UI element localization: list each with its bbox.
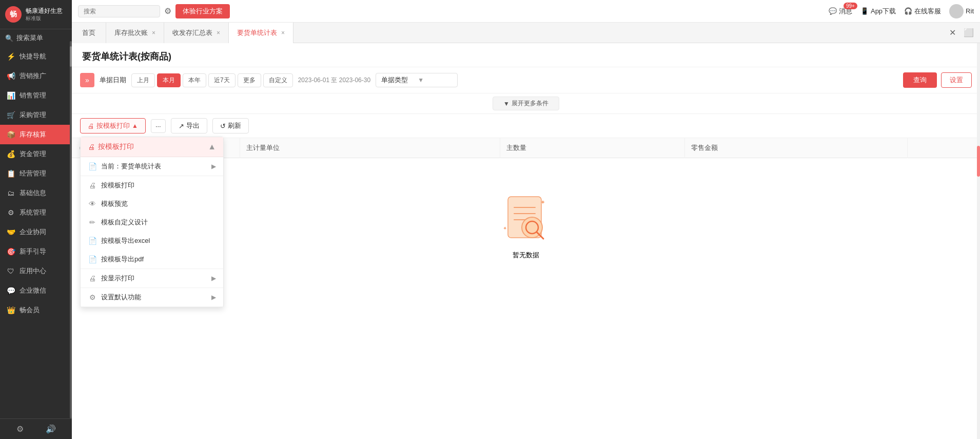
sidebar-item-finance[interactable]: 💰 资金管理 xyxy=(0,144,72,164)
export-button[interactable]: ↗ 导出 xyxy=(171,118,207,133)
sidebar-item-label: 新手引导 xyxy=(19,247,46,256)
main-area: ⚙ 体验行业方案 💬 消息 99+ 📱 App下载 🎧 在线客服 Rit xyxy=(72,0,980,439)
trial-button[interactable]: 体验行业方案 xyxy=(175,4,230,18)
table-toolbar: 🖨 按模板打印 ▲ ··· ↗ 导出 ↺ 刷新 🖨 按模板打印 xyxy=(72,114,980,138)
tab-order-stats-close[interactable]: × xyxy=(281,29,285,36)
no-data-illustration: ✦ ✦ xyxy=(495,189,557,251)
tab-receipt-summary-close[interactable]: × xyxy=(217,29,220,36)
template-design-icon: ✏ xyxy=(88,218,97,226)
sidebar-item-guide[interactable]: 🎯 新手引导 xyxy=(0,242,72,261)
app-download-item[interactable]: 📱 App下载 xyxy=(860,7,896,16)
expand-more-button[interactable]: ▼ 展开更多条件 xyxy=(493,97,559,110)
sidebar-nav: ⚡ 快捷导航 📢 营销推广 📊 销售管理 🛒 采购管理 📦 库存核算 💰 资金管… xyxy=(0,47,72,418)
tab-inventory-batch-label: 库存批次账 xyxy=(114,28,148,37)
search-label: 搜索菜单 xyxy=(16,33,43,43)
tabs-actions: ✕ ⬜ xyxy=(945,26,980,40)
search-icon: 🔍 xyxy=(5,34,13,42)
app-name: 畅康通好生意 xyxy=(26,7,63,15)
printer-icon: 🖨 xyxy=(88,122,94,130)
expand-chevron-icon: » xyxy=(85,76,89,84)
settings-icon[interactable]: ⚙ xyxy=(164,6,171,16)
print-template-button[interactable]: 🖨 按模板打印 ▲ xyxy=(80,118,146,133)
more-actions-button[interactable]: ··· xyxy=(151,119,166,133)
svg-text:✦: ✦ xyxy=(503,225,507,231)
sidebar-item-label: 企业微信 xyxy=(19,286,46,295)
sidebar-item-wechat[interactable]: 💬 企业微信 xyxy=(0,281,72,300)
tab-order-stats[interactable]: 要货单统计表 × xyxy=(229,23,293,43)
date-prev-month-btn[interactable]: 上月 xyxy=(131,73,155,87)
sidebar-item-system[interactable]: ⚙ 系统管理 xyxy=(0,203,72,222)
template-preview-icon: 👁 xyxy=(88,200,97,208)
query-button[interactable]: 查询 xyxy=(903,72,937,88)
sidebar-item-label: 快捷导航 xyxy=(19,52,46,61)
tab-order-stats-label: 要货单统计表 xyxy=(237,28,277,37)
messages-badge: 99+ xyxy=(844,3,857,9)
settings-button[interactable]: 设置 xyxy=(941,72,972,88)
topbar: ⚙ 体验行业方案 💬 消息 99+ 📱 App下载 🎧 在线客服 Rit xyxy=(72,0,980,23)
sidebar-item-basic[interactable]: 🗂 基础信息 xyxy=(0,183,72,203)
date-current-month-btn[interactable]: 本月 xyxy=(157,73,181,87)
settings-bottom-icon[interactable]: ⚙ xyxy=(16,424,24,434)
dropdown-set-default[interactable]: ⚙ 设置默认功能 ▶ xyxy=(81,288,223,307)
online-service-item[interactable]: 🎧 在线客服 xyxy=(904,7,941,16)
dropdown-template-export-pdf[interactable]: 📄 按模板导出pdf xyxy=(81,250,223,269)
no-data-text: 暂无数据 xyxy=(513,251,539,260)
dropdown-template-export-excel[interactable]: 📄 按模板导出excel xyxy=(81,232,223,250)
sidebar-item-marketing[interactable]: 📢 营销推广 xyxy=(0,66,72,86)
dropdown-arrow-up-icon[interactable]: ▲ xyxy=(208,142,216,151)
sidebar-search[interactable]: 🔍 搜索菜单 xyxy=(0,29,72,47)
app-download-label: App下载 xyxy=(871,7,896,16)
sidebar-item-appstore[interactable]: 🛡 应用中心 xyxy=(0,261,72,281)
messages-item[interactable]: 💬 消息 99+ xyxy=(829,7,852,16)
export-pdf-icon: 📄 xyxy=(88,255,97,263)
sidebar-item-operations[interactable]: 📋 经营管理 xyxy=(0,164,72,183)
sidebar-item-member[interactable]: 👑 畅会员 xyxy=(0,300,72,320)
date-range-display: 2023-06-01 至 2023-06-30 xyxy=(298,76,370,85)
close-tab-action[interactable]: ✕ xyxy=(945,26,959,40)
sidebar-item-inventory[interactable]: 📦 库存核算 xyxy=(0,125,72,144)
maximize-tab-action[interactable]: ⬜ xyxy=(962,26,976,40)
dropdown-template-print[interactable]: 🖨 按模板打印 xyxy=(81,176,223,195)
filter-expand-button[interactable]: » xyxy=(80,73,94,87)
col-extra xyxy=(908,138,980,158)
tab-inventory-batch-close[interactable]: × xyxy=(152,29,155,36)
dropdown-current-item[interactable]: 📄 当前：要货单统计表 ▶ xyxy=(81,157,223,176)
dropdown-default-section: ⚙ 设置默认功能 ▶ xyxy=(81,288,223,307)
dropdown-template-design[interactable]: ✏ 模板自定义设计 xyxy=(81,213,223,232)
sidebar-item-sales[interactable]: 📊 销售管理 xyxy=(0,86,72,105)
date-custom-btn[interactable]: 自定义 xyxy=(263,73,293,87)
sidebar-item-quick-nav[interactable]: ⚡ 快捷导航 xyxy=(0,47,72,66)
finance-icon: 💰 xyxy=(6,150,15,158)
purchase-icon: 🛒 xyxy=(6,111,15,119)
topbar-search-input[interactable] xyxy=(78,5,160,17)
sidebar-item-label: 销售管理 xyxy=(19,91,46,100)
date-current-year-btn[interactable]: 本年 xyxy=(183,73,206,87)
dropdown-display-print[interactable]: 🖨 按显示打印 ▶ xyxy=(81,269,223,288)
bill-type-select[interactable]: 单据类型 ▼ xyxy=(376,73,458,87)
sidebar-item-purchase[interactable]: 🛒 采购管理 xyxy=(0,105,72,125)
date-recent7-btn[interactable]: 近7天 xyxy=(208,73,236,87)
sidebar-item-enterprise[interactable]: 🤝 企业协同 xyxy=(0,222,72,242)
audio-bottom-icon[interactable]: 🔊 xyxy=(46,424,56,434)
display-chevron-icon: ▶ xyxy=(211,275,216,282)
col-unit: 主计量单位 xyxy=(240,138,500,158)
right-scroll-thumb xyxy=(977,146,980,177)
date-more-btn[interactable]: 更多 xyxy=(238,73,261,87)
print-template-label: 按模板打印 xyxy=(96,121,130,130)
dropdown-display-section: 🖨 按显示打印 ▶ xyxy=(81,269,223,288)
template-preview-label: 模板预览 xyxy=(101,199,128,208)
refresh-button[interactable]: ↺ 刷新 xyxy=(212,118,249,133)
right-scroll-indicator[interactable] xyxy=(977,43,980,439)
col-amount: 零售金额 xyxy=(685,138,908,158)
app-tag: 标准版 xyxy=(26,15,63,22)
tab-home-label: 首页 xyxy=(82,28,95,37)
tab-inventory-batch[interactable]: 库存批次账 × xyxy=(106,23,164,43)
tab-home[interactable]: 首页 xyxy=(72,23,106,43)
message-icon: 💬 xyxy=(829,7,837,15)
user-avatar-item[interactable]: Rit xyxy=(949,4,974,18)
tab-receipt-summary[interactable]: 收发存汇总表 × xyxy=(164,23,229,43)
user-name: Rit xyxy=(966,7,974,15)
dropdown-template-preview[interactable]: 👁 模板预览 xyxy=(81,195,223,213)
svg-text:✦: ✦ xyxy=(540,199,545,206)
sidebar-item-label: 营销推广 xyxy=(19,71,46,81)
